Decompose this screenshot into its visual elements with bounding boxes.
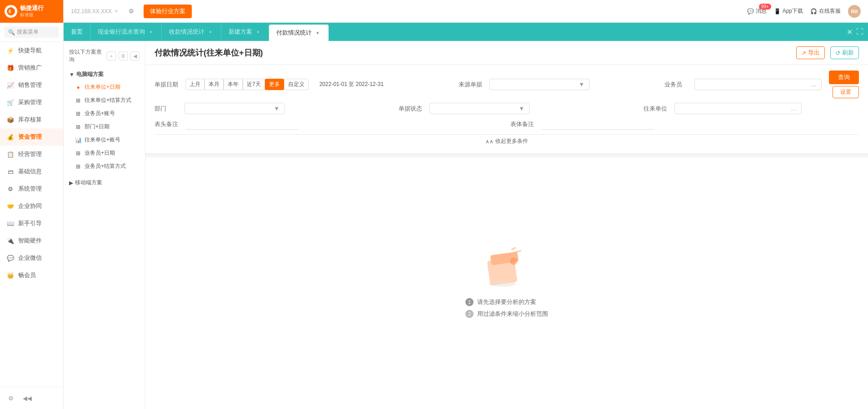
partner-dropdown-icon: … (791, 105, 797, 112)
message-btn[interactable]: 💬 消息 99+ (747, 7, 767, 15)
tab-home[interactable]: 首页 (64, 23, 90, 41)
scheme-settings-btn[interactable]: ⚙ (119, 51, 128, 61)
tab-bank-flow-close[interactable]: × (148, 29, 154, 35)
export-btn[interactable]: ↗ 导出 (796, 46, 825, 59)
sidebar-item-operation[interactable]: 📋 经营管理 (0, 146, 63, 163)
tab-new-scheme-close[interactable]: × (255, 29, 261, 35)
avatar-text: Rit (851, 9, 858, 14)
enterprise-icon: 🤝 (6, 202, 15, 210)
collapse-panel-btn[interactable]: ◀ (130, 51, 140, 61)
add-scheme-btn[interactable]: + (107, 51, 116, 61)
sidebar-label-operation: 经营管理 (18, 150, 42, 158)
trial-btn[interactable]: 体验行业方案 (144, 5, 192, 18)
sidebar-label-purchase: 采购管理 (18, 98, 42, 106)
left-panel: 按以下方案查询 + ⚙ ◀ ▼ 电脑端方案 ● 往来单位+日期 ⊞ (64, 41, 145, 409)
table-icon-4: ⊞ (75, 150, 82, 157)
doc-status-label: 单据状态 (399, 105, 422, 113)
scheme-dept-date[interactable]: ⊞ 部门+日期 (64, 120, 145, 133)
sidebar: 6 畅捷通行 标准版 🔍 搜索菜单 ⚡ 快捷导航 🎁 营销推广 📈 销售管理 🛒… (0, 0, 64, 409)
nav-icon: ⚡ (6, 46, 15, 55)
sidebar-item-system[interactable]: ⚙ 系统管理 (0, 180, 63, 197)
empty-hint-1: 1 请先选择要分析的方案 (465, 298, 548, 306)
sidebar-label-system: 系统管理 (18, 185, 42, 193)
empty-hint-2: 2 用过滤条件来缩小分析范围 (465, 310, 548, 318)
this-month-btn[interactable]: 本月 (205, 79, 224, 90)
tabbar: 首页 现金银行流水查询 × 收款情况统计 × 新建方案 × 付款情况统计 × ✕… (64, 23, 868, 41)
system-icon: ⚙ (6, 185, 15, 193)
sidebar-label-sales: 销售管理 (18, 81, 42, 89)
date-label: 单据日期 (155, 81, 178, 89)
sidebar-item-wechat[interactable]: 💬 企业微信 (0, 249, 63, 267)
sidebar-item-purchase[interactable]: 🛒 采购管理 (0, 94, 63, 111)
user-avatar[interactable]: Rit (848, 5, 861, 18)
custom-date-btn[interactable]: 自定义 (284, 79, 309, 90)
sidebar-item-guide[interactable]: 📖 新手引导 (0, 215, 63, 232)
breadcrumb-divider: ▼ (114, 8, 119, 15)
source-select[interactable]: ▼ (489, 79, 589, 90)
partner-select[interactable]: … (674, 103, 802, 114)
tab-new-scheme[interactable]: 新建方案 × (221, 23, 269, 41)
sidebar-item-capital[interactable]: 💰 资金管理 (0, 128, 63, 146)
tab-payment-stats-label: 付款情况统计 (276, 29, 312, 37)
sidebar-item-sales[interactable]: 📈 销售管理 (0, 76, 63, 94)
header-note-input[interactable] (185, 119, 299, 130)
last-7-days-btn[interactable]: 近7天 (243, 79, 265, 90)
query-btn[interactable]: 查询 (829, 71, 859, 84)
tab-bank-flow[interactable]: 现金银行流水查询 × (90, 23, 162, 41)
mobile-group-title[interactable]: ▶ 移动端方案 (64, 177, 145, 189)
right-panel: 付款情况统计(往来单位+日期) ↗ 导出 ↺ 刷新 单据日期 (145, 41, 868, 409)
scheme-partner-settlement[interactable]: ⊞ 往来单位+结算方式 (64, 94, 145, 107)
empty-hints: 1 请先选择要分析的方案 2 用过滤条件来缩小分析范围 (465, 298, 548, 322)
hardware-icon: 🔌 (6, 237, 15, 245)
empty-state: 1 请先选择要分析的方案 2 用过滤条件来缩小分析范围 (145, 157, 868, 409)
collapse-sidebar-btn[interactable]: ◀◀ (21, 392, 34, 404)
app-download-btn[interactable]: 📱 App下载 (774, 7, 803, 15)
sidebar-search-area[interactable]: 🔍 搜索菜单 (0, 23, 63, 42)
scheme-partner-date[interactable]: ● 往来单位+日期 (64, 81, 145, 94)
collapse-filter-btn[interactable]: ∧∧ 收起更多条件 (155, 134, 859, 148)
logo-icon: 6 (5, 5, 17, 18)
tab-receipt-stats[interactable]: 收款情况统计 × (162, 23, 221, 41)
collapse-label: 收起更多条件 (495, 137, 528, 145)
date-range-display: 2022-01-01 至 2022-12-31 (319, 81, 384, 88)
sidebar-item-basic[interactable]: 🗃 基础信息 (0, 163, 63, 180)
sidebar-label-inventory: 库存核算 (18, 116, 42, 124)
salesman-select[interactable]: … (694, 79, 822, 90)
scheme-salesman-account[interactable]: ⊞ 业务员+账号 (64, 107, 145, 120)
logo-sub: 标准版 (20, 12, 44, 18)
tab-receipt-stats-close[interactable]: × (207, 29, 214, 35)
refresh-btn[interactable]: ↺ 刷新 (830, 46, 859, 59)
scheme-partner-account[interactable]: 📊 往来单位+账号 (64, 133, 145, 146)
dept-select[interactable]: ▼ (185, 103, 284, 114)
scheme-salesman-settlement-label: 业务员+结算方式 (85, 162, 126, 170)
tab-payment-stats[interactable]: 付款情况统计 × (269, 25, 329, 41)
tab-payment-stats-close[interactable]: × (314, 30, 321, 36)
settings-footer-btn[interactable]: ⚙ (5, 392, 17, 404)
left-panel-controls: + ⚙ ◀ (107, 51, 140, 61)
sidebar-item-hardware[interactable]: 🔌 智能硬件 (0, 232, 63, 249)
close-all-tabs-btn[interactable]: ✕ (847, 28, 853, 36)
scheme-salesman-settlement[interactable]: ⊞ 业务员+结算方式 (64, 160, 145, 173)
sidebar-item-enterprise[interactable]: 🤝 企业协同 (0, 197, 63, 215)
filter-actions: 查询 设置 (829, 71, 859, 98)
topbar-settings-btn[interactable]: ⚙ (125, 5, 138, 18)
search-menu-button[interactable]: 🔍 搜索菜单 (5, 26, 59, 38)
desktop-group-title[interactable]: ▼ 电脑端方案 (64, 68, 145, 81)
last-month-btn[interactable]: 上月 (185, 79, 205, 90)
doc-status-select[interactable]: ▼ (429, 103, 529, 114)
sidebar-item-marketing[interactable]: 🎁 营销推广 (0, 59, 63, 76)
online-service-btn[interactable]: 🎧 在线客服 (810, 7, 841, 15)
filter-settings-btn[interactable]: 设置 (833, 86, 859, 98)
date-buttons-group: 上月 本月 本年 近7天 更多 自定义 (185, 79, 309, 90)
this-year-btn[interactable]: 本年 (224, 79, 243, 90)
mobile-icon: 📱 (774, 8, 781, 15)
logo-text: 畅捷通行 (20, 5, 44, 12)
sidebar-item-member[interactable]: 👑 畅会员 (0, 267, 63, 284)
body-note-input[interactable] (541, 119, 655, 130)
maximize-btn[interactable]: ⛶ (856, 28, 863, 36)
scheme-salesman-date[interactable]: ⊞ 业务员+日期 (64, 146, 145, 160)
sidebar-item-inventory[interactable]: 📦 库存核算 (0, 111, 63, 128)
sidebar-item-quick-nav[interactable]: ⚡ 快捷导航 (0, 42, 63, 59)
more-dates-btn[interactable]: 更多 (265, 79, 284, 90)
inventory-icon: 📦 (6, 116, 15, 124)
